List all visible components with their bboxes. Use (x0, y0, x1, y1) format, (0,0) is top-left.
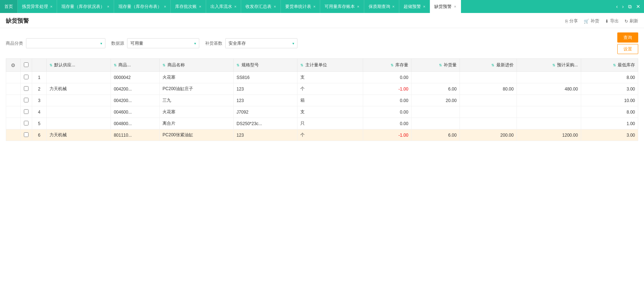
share-button[interactable]: ⎘ 分享 (565, 18, 578, 24)
tab-nav-restore[interactable]: ⧉ (626, 3, 634, 10)
row-checkbox-1[interactable] (24, 86, 29, 91)
row-checkbox-3[interactable] (24, 109, 29, 114)
cell-index-3: 4 (32, 106, 47, 118)
cell-replenish-qty-3 (412, 106, 460, 118)
cell-name-1: PC200油缸庄子 (160, 83, 234, 95)
th-spec[interactable]: ⇅ 规格型号 (234, 59, 297, 72)
cell-estimated-purchase-0 (517, 72, 581, 83)
table-row: 3 004200... 三九 123 箱 0.00 20.00 10.00 (6, 95, 638, 106)
tab-batch-account[interactable]: 库存批次账 × (171, 0, 206, 13)
table-body: 1 0000042 火花塞 SS816 支 0.00 8.00 2 力天机械 0… (6, 72, 638, 141)
tab-nav-next[interactable]: › (620, 3, 626, 10)
sort-icon-estimated-purchase: ⇅ (552, 63, 555, 67)
th-min-stock[interactable]: ⇅ 最低库存 (581, 59, 638, 72)
cell-settings-0 (6, 72, 21, 83)
cell-checkbox-0[interactable] (21, 72, 32, 83)
th-latest-price[interactable]: ⇅ 最新进价 (460, 59, 517, 72)
chevron-down-icon-2: ▾ (194, 41, 196, 45)
tab-close-available-ledger[interactable]: × (357, 4, 359, 9)
cell-settings-3 (6, 106, 21, 118)
replenish-button[interactable]: 🛒 补货 (584, 18, 599, 24)
cell-code-1: 004200... (111, 83, 160, 95)
cell-code-2: 004200... (111, 95, 160, 106)
tab-current-stock-status[interactable]: 现存量（库存状况表） × (57, 0, 114, 13)
th-checkbox (21, 59, 32, 72)
cell-stock-4: 0.00 (363, 118, 412, 129)
table-header-row: ⚙ ⇅ 默认供应... ⇅ 商品... ⇅ (6, 59, 638, 72)
filter-actions: 查询 设置 (617, 32, 638, 54)
th-stock[interactable]: ⇅ 库存量 (363, 59, 412, 72)
tab-available-ledger[interactable]: 可用量库存账本 × (320, 0, 364, 13)
tab-home[interactable]: 首页 (0, 0, 18, 13)
cell-checkbox-2[interactable] (21, 95, 32, 106)
filter-bar: 商品分类 ▾ 数据源 可用量 ▾ 补货基数 安全库存 ▾ 查询 设置 (0, 28, 644, 58)
tab-close-current-stock-status[interactable]: × (107, 4, 109, 9)
tab-close-picking-exception[interactable]: × (50, 4, 52, 9)
row-checkbox-5[interactable] (24, 132, 29, 137)
tab-close-shelf-life[interactable]: × (392, 4, 395, 9)
cell-estimated-purchase-4 (517, 118, 581, 129)
tab-close-shortage-warning[interactable]: × (454, 4, 456, 9)
tab-close-order-stats[interactable]: × (313, 4, 316, 9)
th-settings[interactable]: ⚙ (6, 59, 21, 72)
th-product-code[interactable]: ⇅ 商品... (111, 59, 160, 72)
sort-icon-name: ⇅ (162, 63, 165, 67)
cell-checkbox-4[interactable] (21, 118, 32, 129)
tab-close-inout-flow[interactable]: × (234, 4, 236, 9)
tab-close-overstock-warning[interactable]: × (423, 4, 425, 9)
row-checkbox-0[interactable] (24, 75, 29, 79)
refresh-button[interactable]: ↻ 刷新 (625, 18, 638, 24)
cell-supplier-1: 力天机械 (47, 83, 111, 95)
filter-select-datasource[interactable]: 可用量 ▾ (127, 38, 199, 48)
cell-latest-price-2 (460, 95, 517, 106)
th-unit[interactable]: ⇅ 主计量单位 (297, 59, 363, 72)
gear-icon[interactable]: ⚙ (11, 62, 16, 68)
th-default-supplier[interactable]: ⇅ 默认供应... (47, 59, 111, 72)
tab-close-receipt-summary[interactable]: × (274, 4, 276, 9)
tab-close-current-stock-dist[interactable]: × (164, 4, 166, 9)
tab-nav-close-all[interactable]: ✕ (634, 3, 643, 10)
th-index (32, 59, 47, 72)
row-checkbox-4[interactable] (24, 121, 29, 125)
cell-checkbox-1[interactable] (21, 83, 32, 95)
cell-settings-1 (6, 83, 21, 95)
cell-estimated-purchase-5: 1200.00 (517, 129, 581, 141)
tab-close-batch-account[interactable]: × (199, 4, 201, 9)
tab-shortage-warning[interactable]: 缺货预警 × (430, 0, 461, 13)
settings-button[interactable]: 设置 (617, 44, 638, 54)
cell-settings-4 (6, 118, 21, 129)
chevron-down-icon-3: ▾ (292, 41, 294, 45)
tab-inout-flow[interactable]: 出入库流水 × (206, 0, 241, 13)
sort-icon-code: ⇅ (114, 63, 117, 67)
cell-checkbox-5[interactable] (21, 129, 32, 141)
row-checkbox-2[interactable] (24, 98, 29, 102)
cell-code-0: 0000042 (111, 72, 160, 83)
page-title: 缺货预警 (6, 17, 29, 25)
cell-unit-0: 支 (297, 72, 363, 83)
select-all-checkbox[interactable] (24, 62, 29, 67)
replenish-icon: 🛒 (584, 19, 589, 24)
query-button[interactable]: 查询 (617, 32, 638, 43)
tab-shelf-life[interactable]: 保质期查询 × (364, 0, 399, 13)
tab-picking-exception[interactable]: 拣货异常处理 × (18, 0, 57, 13)
filter-select-category[interactable]: ▾ (26, 38, 105, 48)
tab-order-stats[interactable]: 要货单统计表 × (281, 0, 320, 13)
tab-nav-prev[interactable]: ‹ (614, 3, 620, 10)
th-estimated-purchase[interactable]: ⇅ 预计采购... (517, 59, 581, 72)
tab-receipt-summary[interactable]: 收发存汇总表 × (241, 0, 280, 13)
table-row: 1 0000042 火花塞 SS816 支 0.00 8.00 (6, 72, 638, 83)
cell-name-4: 离合片 (160, 118, 234, 129)
th-product-name[interactable]: ⇅ 商品名称 (160, 59, 234, 72)
main-content: 缺货预警 ⎘ 分享 🛒 补货 ⬇ 导出 ↻ 刷新 商品分类 (0, 13, 644, 287)
th-replenish-qty[interactable]: ⇅ 补货量 (412, 59, 460, 72)
header-actions: ⎘ 分享 🛒 补货 ⬇ 导出 ↻ 刷新 (565, 18, 638, 24)
cell-min-stock-0: 8.00 (581, 72, 638, 83)
filter-select-replenish-base[interactable]: 安全库存 ▾ (225, 38, 297, 48)
tab-overstock-warning[interactable]: 超储预警 × (399, 0, 430, 13)
tab-nav-buttons: ‹ › ⧉ ✕ (613, 3, 644, 10)
sort-icon-stock: ⇅ (391, 63, 393, 67)
cell-checkbox-3[interactable] (21, 106, 32, 118)
tab-current-stock-dist[interactable]: 现存量（库存分布表） × (114, 0, 171, 13)
export-button[interactable]: ⬇ 导出 (605, 18, 619, 24)
table-row: 4 004600... 火花塞 J7092 支 0.00 8.00 (6, 106, 638, 118)
